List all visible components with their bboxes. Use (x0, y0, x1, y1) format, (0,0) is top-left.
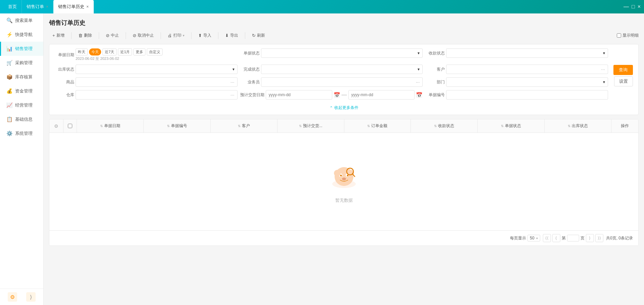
sidebar-item-quick-nav[interactable]: ⚡ 快捷导航 (0, 28, 43, 42)
sidebar-item-purchase-mgmt[interactable]: 🛒 采购管理 (0, 56, 43, 70)
th-amount[interactable]: ⇅ 订单金额 (344, 119, 411, 132)
th-sort-icon-order-status: ⇅ (501, 124, 504, 128)
first-page-btn[interactable]: ⟨⟨ (543, 234, 551, 242)
customer-input[interactable]: ··· (446, 65, 608, 74)
tab-sales-order-history-close[interactable]: × (86, 4, 89, 9)
salesperson-control: ··· (261, 77, 423, 87)
th-out-status[interactable]: ⇅ 出库状态 (545, 119, 611, 132)
print-button[interactable]: 🖨 打印 ▾ (164, 31, 188, 40)
dept-select[interactable]: ▾ (446, 77, 608, 87)
delivery-end-input[interactable] (348, 90, 415, 100)
import-button[interactable]: ⬆ 导入 (195, 31, 215, 40)
collapse-btn[interactable]: ⌃ 收起更多条件 (55, 105, 633, 111)
calendar-end-icon[interactable]: 📅 (416, 92, 423, 98)
sidebar-expand-btn[interactable]: ⟩ (26, 292, 36, 302)
content-area: 销售订单历史 + 新增 🗑 删除 ⊘ 中止 ⊘ 取消中止 (44, 13, 644, 305)
tab-home[interactable]: 首页 (3, 0, 22, 13)
sidebar-item-purchase-mgmt-label: 采购管理 (15, 60, 33, 66)
warehouse-dots-icon[interactable]: ··· (230, 92, 234, 98)
goods-control: ··· (76, 77, 238, 87)
minimize-btn[interactable]: — (624, 4, 629, 10)
warehouse-input[interactable]: ··· (76, 90, 238, 100)
date-custom[interactable]: 自定义 (147, 48, 163, 55)
stop-button[interactable]: ⊘ 中止 (102, 31, 122, 40)
settings-gear-icon[interactable]: ⚙ (54, 123, 58, 129)
page-size-value[interactable]: 50 ▾ (527, 235, 540, 241)
th-no[interactable]: ⇅ 单据编号 (144, 119, 211, 132)
page-number-input[interactable]: 1 (567, 235, 579, 241)
date-more[interactable]: 更多 (133, 48, 145, 55)
th-order-status[interactable]: ⇅ 单据状态 (478, 119, 545, 132)
inventory-check-icon: 📦 (6, 74, 12, 80)
select-all-checkbox[interactable] (68, 124, 72, 128)
delivery-date-filter-group: 预计交货日期 📅 — 📅 (240, 90, 423, 100)
last-page-btn[interactable]: ⟩⟩ (595, 234, 603, 242)
sidebar-item-basic-info-label: 基础信息 (15, 116, 33, 122)
out-status-arrow: ▾ (232, 67, 234, 72)
maximize-btn[interactable]: □ (632, 4, 635, 10)
toolbar-sep-5 (191, 32, 191, 39)
th-delivery[interactable]: ⇅ 预计交货... (277, 119, 344, 132)
empty-state: 暂无数据 (49, 133, 638, 230)
sidebar-item-business-mgmt[interactable]: 📈 经营管理 (0, 98, 43, 112)
goods-dots-icon[interactable]: ··· (230, 79, 234, 85)
sidebar-item-search-menu[interactable]: 🔍 搜索菜单 (0, 13, 43, 28)
sidebar-item-inventory-check[interactable]: 📦 库存核算 (0, 70, 43, 84)
display-toggle[interactable]: 显示明细 (617, 33, 639, 38)
th-date[interactable]: ⇅ 单据日期 (77, 119, 144, 132)
sidebar-item-basic-info[interactable]: 📋 基础信息 (0, 112, 43, 126)
business-mgmt-icon: 📈 (6, 102, 12, 108)
status-select[interactable]: ▾ (261, 48, 423, 58)
close-btn[interactable]: × (638, 4, 641, 10)
date-yesterday[interactable]: 昨天 (76, 48, 88, 55)
sidebar-item-system-mgmt[interactable]: ⚙️ 系统管理 (0, 126, 43, 141)
export-button[interactable]: ⬇ 导出 (222, 31, 242, 40)
th-receipt-status[interactable]: ⇅ 收款状态 (411, 119, 478, 132)
date-1month[interactable]: 近1月 (118, 48, 132, 55)
goods-filter-group: 商品 ··· (55, 77, 238, 87)
salesperson-input[interactable]: ··· (261, 77, 423, 87)
sidebar-settings-btn[interactable]: ⚙ (8, 292, 17, 302)
cancel-stop-button[interactable]: ⊘ 取消中止 (129, 31, 157, 40)
salesperson-dots-icon[interactable]: ··· (416, 79, 420, 85)
export-icon: ⬇ (225, 33, 229, 38)
receipt-status-filter-group: 收款状态 ▾ (425, 48, 608, 58)
page-label-text: 第 (562, 235, 566, 241)
date-today[interactable]: 今天 (89, 48, 101, 55)
receipt-status-select[interactable]: ▾ (446, 48, 608, 58)
customer-dots-icon[interactable]: ··· (601, 67, 605, 72)
new-button[interactable]: + 新增 (49, 31, 68, 40)
delivery-start-input[interactable] (266, 90, 332, 100)
sidebar-item-capital-mgmt[interactable]: 💰 资金管理 (0, 84, 43, 98)
date-shortcuts: 昨天 今天 近7天 近1月 更多 自定义 (76, 48, 238, 55)
th-customer[interactable]: ⇅ 客户 (211, 119, 277, 132)
goods-input[interactable]: ··· (76, 77, 238, 87)
sidebar-item-sales-mgmt[interactable]: 📊 销售管理 (0, 42, 43, 56)
toolbar-sep-7 (245, 32, 245, 39)
tab-sales-order-label: 销售订单 (27, 4, 44, 10)
refresh-button[interactable]: ↻ 刷新 (249, 31, 268, 40)
date-7days[interactable]: 近7天 (102, 48, 117, 55)
calendar-start-icon[interactable]: 📅 (334, 92, 340, 98)
th-settings[interactable]: ⚙ (49, 119, 63, 132)
display-toggle-checkbox[interactable] (617, 33, 621, 38)
setting-button[interactable]: 设置 (614, 76, 633, 86)
tab-sales-order-history[interactable]: 销售订单历史 × (53, 0, 94, 13)
order-no-input[interactable] (446, 90, 608, 100)
query-button[interactable]: 查询 (613, 65, 633, 75)
tab-sales-order[interactable]: 销售订单 × (22, 0, 53, 13)
receipt-status-arrow: ▾ (603, 51, 605, 55)
th-delivery-label: 预计交货... (303, 123, 323, 129)
out-status-select[interactable]: ▾ (76, 65, 238, 74)
refresh-label: 刷新 (257, 33, 265, 38)
complete-status-select[interactable]: ▾ (261, 65, 423, 74)
page-label-suffix: 页 (581, 235, 585, 241)
print-arrow-icon: ▾ (183, 34, 184, 37)
prev-page-btn[interactable]: ⟨ (552, 234, 560, 242)
next-page-btn[interactable]: ⟩ (586, 234, 594, 242)
tab-sales-order-close[interactable]: × (46, 4, 48, 9)
th-checkbox[interactable] (63, 119, 77, 132)
out-status-filter-group: 出库状态 ▾ (55, 65, 238, 74)
delete-button[interactable]: 🗑 删除 (75, 31, 95, 40)
date-divider: — (342, 92, 347, 98)
